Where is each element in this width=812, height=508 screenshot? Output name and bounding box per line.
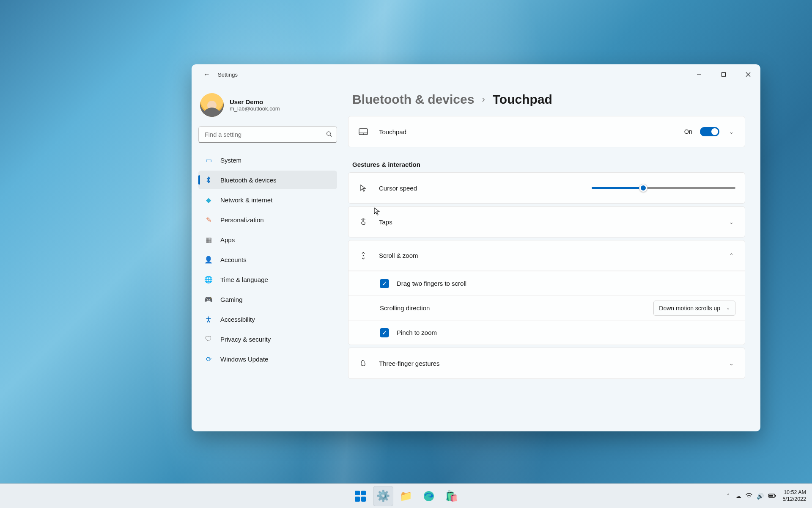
breadcrumb: Bluetooth & devices › Touchpad	[348, 92, 745, 107]
chevron-down-icon: ⌄	[726, 305, 730, 311]
store-icon: 🛍️	[445, 490, 458, 502]
cursor-speed-label: Cursor speed	[379, 185, 417, 192]
tray-expand-icon[interactable]: ˄	[727, 493, 730, 499]
touchpad-card: Touchpad On ⌄	[348, 116, 745, 147]
wifi-icon	[746, 493, 752, 500]
sidebar: User Demo m_lab@outlook.com ▭ System	[192, 85, 344, 431]
chevron-up-icon: ⌃	[727, 252, 735, 259]
taps-label: Taps	[379, 218, 392, 226]
maximize-icon	[721, 72, 726, 77]
sidebar-item-system[interactable]: ▭ System	[198, 151, 337, 169]
search-wrap	[198, 126, 337, 143]
taskbar-app-edge[interactable]	[419, 486, 439, 506]
sidebar-item-apps[interactable]: ▦ Apps	[198, 230, 337, 249]
pinch-zoom-checkbox[interactable]: ✓	[380, 328, 389, 337]
scrolling-direction-dropdown[interactable]: Down motion scrolls up ⌄	[653, 301, 735, 316]
profile-block[interactable]: User Demo m_lab@outlook.com	[198, 90, 337, 121]
toggle-state-label: On	[684, 128, 692, 135]
sidebar-item-windows-update[interactable]: ⟳ Windows Update	[198, 350, 337, 368]
slider-thumb[interactable]	[639, 184, 647, 192]
taps-card: Taps ⌄	[348, 206, 745, 237]
sidebar-item-label: Gaming	[220, 296, 243, 303]
taskbar-right: ˄ ☁ 🔊 10:52 AM 5/12/2022	[727, 489, 806, 502]
taskbar-center: ⚙️ 📁 🛍️	[350, 486, 462, 506]
clock[interactable]: 10:52 AM 5/12/2022	[782, 489, 806, 502]
onedrive-icon: ☁	[735, 493, 741, 500]
system-tray[interactable]: ☁ 🔊	[735, 493, 776, 500]
breadcrumb-parent[interactable]: Bluetooth & devices	[352, 92, 474, 107]
gamepad-icon: 🎮	[204, 295, 213, 304]
pinch-zoom-row: ✓ Pinch to zoom	[348, 320, 745, 345]
edge-icon	[423, 490, 435, 502]
close-button[interactable]	[736, 66, 760, 83]
search-icon	[326, 131, 332, 138]
drag-two-fingers-checkbox[interactable]: ✓	[380, 279, 389, 288]
person-icon: 👤	[204, 255, 213, 264]
chevron-down-icon: ⌄	[727, 360, 735, 367]
sidebar-item-label: System	[220, 157, 241, 164]
touchpad-toggle[interactable]	[700, 127, 719, 136]
sidebar-item-label: Personalization	[220, 216, 264, 224]
maximize-button[interactable]	[711, 66, 736, 83]
touchpad-row[interactable]: Touchpad On ⌄	[348, 116, 745, 147]
taps-row[interactable]: Taps ⌄	[348, 207, 745, 237]
sidebar-item-accessibility[interactable]: Accessibility	[198, 310, 337, 329]
arrow-left-icon: ←	[203, 71, 210, 78]
start-button[interactable]	[350, 486, 370, 506]
profile-email: m_lab@outlook.com	[230, 105, 280, 112]
cursor-icon	[358, 184, 369, 192]
svg-rect-13	[775, 495, 776, 497]
update-icon: ⟳	[204, 355, 213, 363]
scroll-zoom-row[interactable]: Scroll & zoom ⌃	[348, 240, 745, 271]
main-content: Bluetooth & devices › Touchpad Touchpad …	[344, 85, 760, 431]
svg-point-10	[363, 255, 364, 256]
sidebar-item-label: Accessibility	[220, 316, 255, 323]
close-icon	[746, 72, 751, 77]
chevron-down-icon[interactable]: ⌄	[727, 129, 735, 135]
three-finger-card: Three-finger gestures ⌄	[348, 348, 745, 379]
three-finger-row[interactable]: Three-finger gestures ⌄	[348, 348, 745, 378]
chevron-right-icon: ›	[482, 94, 485, 105]
app-title: Settings	[218, 72, 238, 78]
touchpad-icon	[358, 128, 369, 135]
taskbar: ⚙️ 📁 🛍️ ˄ ☁ 🔊 10:52 AM 5/12/2022	[0, 483, 812, 508]
sidebar-item-network[interactable]: ◆ Network & internet	[198, 190, 337, 209]
sidebar-item-accounts[interactable]: 👤 Accounts	[198, 250, 337, 269]
avatar	[200, 93, 224, 117]
scroll-icon	[358, 251, 369, 260]
accessibility-icon	[204, 315, 213, 323]
sidebar-item-personalization[interactable]: ✎ Personalization	[198, 210, 337, 229]
drag-two-fingers-label: Drag two fingers to scroll	[397, 280, 466, 287]
globe-icon: 🌐	[204, 275, 213, 284]
sidebar-item-label: Apps	[220, 236, 235, 243]
sidebar-item-time-language[interactable]: 🌐 Time & language	[198, 270, 337, 289]
taskbar-app-store[interactable]: 🛍️	[442, 486, 462, 506]
apps-icon: ▦	[204, 235, 213, 244]
shield-icon: 🛡	[204, 335, 213, 343]
minimize-button[interactable]	[687, 66, 711, 83]
wifi-icon: ◆	[204, 196, 213, 204]
sidebar-item-label: Accounts	[220, 256, 247, 263]
cursor-speed-card: Cursor speed	[348, 172, 745, 204]
taskbar-app-settings[interactable]: ⚙️	[373, 486, 393, 506]
back-button[interactable]: ←	[198, 66, 215, 83]
window-controls	[687, 66, 760, 83]
battery-icon	[768, 493, 776, 500]
titlebar: ← Settings	[192, 64, 760, 85]
hand-icon	[358, 359, 369, 367]
gear-icon: ⚙️	[376, 489, 390, 502]
cursor-speed-slider[interactable]	[592, 187, 735, 189]
sidebar-item-gaming[interactable]: 🎮 Gaming	[198, 290, 337, 309]
volume-icon: 🔊	[757, 493, 764, 500]
slider-fill	[592, 187, 643, 189]
search-input[interactable]	[198, 126, 337, 143]
sidebar-item-label: Privacy & security	[220, 336, 271, 343]
sidebar-item-bluetooth-devices[interactable]: Bluetooth & devices	[198, 171, 337, 189]
taskbar-app-explorer[interactable]: 📁	[396, 486, 416, 506]
svg-point-4	[327, 132, 331, 135]
settings-window: ← Settings User Demo m_lab@outlook.com	[192, 64, 760, 431]
sidebar-item-privacy-security[interactable]: 🛡 Privacy & security	[198, 330, 337, 348]
drag-two-fingers-row: ✓ Drag two fingers to scroll	[348, 271, 745, 295]
scroll-zoom-card: Scroll & zoom ⌃ ✓ Drag two fingers to sc…	[348, 240, 745, 345]
profile-name: User Demo	[230, 98, 280, 105]
